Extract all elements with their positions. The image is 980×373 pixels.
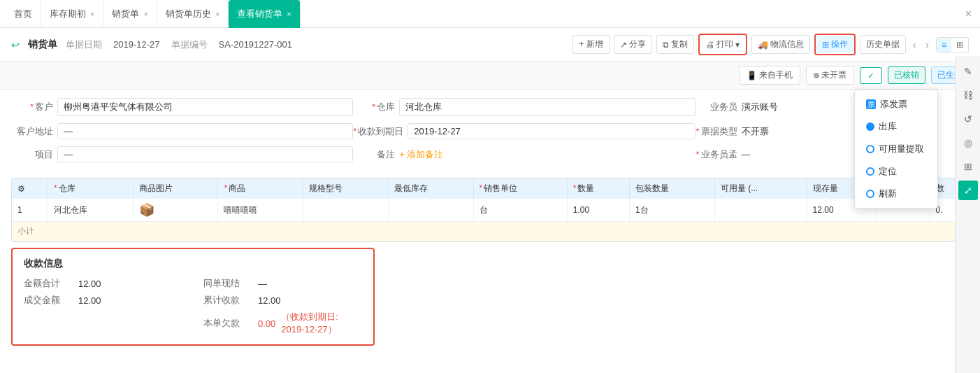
position-icon — [866, 167, 874, 176]
ship-icon — [866, 122, 874, 131]
form-area: 客户 柳州粤港平安气体有限公司 仓库 河北仓库 业务员 演示账号 客户地址 — … — [0, 90, 980, 178]
table-row: 1 河北仓库 📦 嘻嘻嘻嘻 台 1.00 1台 12.00 0. — [12, 199, 968, 222]
main-content: ↩ 销货单 单据日期 2019-12-27 单据编号 SA-20191227-0… — [0, 28, 980, 373]
share-button[interactable]: ↗ 分享 — [614, 35, 652, 54]
note-label: 备注 — [353, 148, 395, 161]
product-table: ⚙ 仓库 商品图片 商品 规格型号 最低库存 销售单位 数量 包装数量 可用量 … — [12, 178, 968, 241]
sidebar-link-icon[interactable]: ⛓ — [958, 85, 978, 105]
operations-button-outline: ⊞ 操作 — [814, 34, 856, 55]
tab-view-sales[interactable]: 查看销货单 × — [229, 0, 300, 28]
operations-button[interactable]: ⊞ 操作 — [816, 36, 853, 53]
col-available: 可用量 (... — [714, 178, 807, 199]
right-sidebar: ✎ ⛓ ↺ ◎ ⊞ ⤢ — [955, 56, 980, 373]
subtotal-row: 小计 — [12, 222, 968, 241]
operations-icon: ⊞ — [822, 40, 829, 50]
history-button[interactable]: 历史单据 — [860, 35, 906, 54]
print-button[interactable]: 🖨 打印 ▾ — [700, 36, 745, 53]
tab-sales-order[interactable]: 销货单 × — [103, 0, 157, 28]
form-group-note: 备注 + 添加备注 — [353, 148, 695, 161]
doc-title-area: ↩ 销货单 单据日期 2019-12-27 单据编号 SA-20191227-0… — [11, 38, 292, 51]
tab-close-history[interactable]: × — [215, 10, 219, 18]
tab-sales-history[interactable]: 销货单历史 × — [157, 0, 229, 28]
available-qty-icon — [866, 145, 874, 153]
payment-due-value: 2019-12-27 — [408, 123, 695, 139]
dropdown-available-qty[interactable]: 可用量提取 — [855, 138, 937, 160]
warehouse-value: 河北仓库 — [399, 98, 695, 116]
form-group-address: 客户地址 — — [11, 123, 353, 139]
cancelled-tag: 已核销 — [888, 66, 925, 84]
staff-label: 业务员 — [696, 101, 737, 113]
cumulative-row: 累计收款 12.00 — [203, 294, 362, 307]
form-group-payment-due: 收款到期日 2019-12-27 — [353, 123, 695, 139]
print-icon: 🖨 — [706, 40, 714, 50]
nav-next[interactable]: › — [923, 38, 932, 52]
sidebar-edit-icon[interactable]: ✎ — [958, 62, 978, 81]
tab-close-view[interactable]: × — [287, 10, 291, 18]
col-product-img: 商品图片 — [133, 178, 218, 199]
cell-sales-unit: 台 — [473, 199, 567, 222]
address-label: 客户地址 — [11, 125, 53, 138]
form-group-customer: 客户 柳州粤港平安气体有限公司 — [11, 98, 353, 116]
cell-seq: 1 — [12, 199, 48, 222]
sales-order-icon: ↩ — [11, 39, 20, 50]
add-note-button[interactable]: + 添加备注 — [399, 148, 443, 161]
same-order-value: — — [258, 279, 267, 289]
cumulative-label: 累计收款 — [203, 294, 252, 307]
dropdown-ship[interactable]: 出库 — [855, 115, 937, 138]
copy-icon: ⧉ — [663, 40, 669, 50]
total-amount-row: 金额合计 12.00 — [24, 277, 182, 290]
customer-value: 柳州粤港平安气体有限公司 — [57, 98, 353, 116]
copy-button[interactable]: ⧉ 复制 — [656, 35, 694, 54]
form-group-warehouse: 仓库 河北仓库 — [353, 98, 695, 116]
form-group-project: 项目 — — [11, 146, 353, 162]
table-header-row: ⚙ 仓库 商品图片 商品 规格型号 最低库存 销售单位 数量 包装数量 可用量 … — [12, 178, 968, 199]
new-button[interactable]: + 新增 — [572, 35, 609, 54]
confirm-icon: ✓ — [867, 71, 874, 80]
dropdown-position[interactable]: 定位 — [855, 160, 937, 183]
window-close-button[interactable]: × — [965, 8, 972, 20]
print-dropdown-arrow: ▾ — [735, 40, 740, 50]
mobile-icon: 📱 — [747, 71, 757, 80]
confirm-button[interactable]: ✓ — [860, 67, 882, 84]
cell-warehouse: 河北仓库 — [48, 199, 134, 222]
add-invoice-icon: 票 — [866, 99, 876, 109]
form-row-3: 项目 — 备注 + 添加备注 业务员孟 — — [11, 146, 969, 162]
sidebar-table-icon[interactable]: ⊞ — [958, 157, 978, 176]
balance-value: 0.00 — [258, 318, 275, 329]
tab-inventory-start[interactable]: 库存期初 × — [41, 0, 103, 28]
balance-row: 本单欠款 0.00 （收款到期日: 2019-12-27） — [203, 311, 362, 336]
date-label: 单据日期 — [66, 38, 102, 51]
doc-header: ↩ 销货单 单据日期 2019-12-27 单据编号 SA-20191227-0… — [0, 28, 980, 62]
balance-note: （收款到期日: 2019-12-27） — [281, 311, 362, 336]
tab-close-inventory[interactable]: × — [90, 10, 94, 18]
not-opened-button[interactable]: 未开票 — [806, 66, 854, 85]
sidebar-expand-icon[interactable]: ⤢ — [958, 181, 978, 200]
project-value: — — [57, 146, 353, 162]
dropdown-refresh[interactable]: 刷新 — [855, 183, 937, 205]
transaction-label: 成交金额 — [24, 294, 73, 307]
dropdown-add-invoice[interactable]: 票 添发票 — [855, 93, 937, 115]
date-value: 2019-12-27 — [113, 39, 160, 50]
share-icon: ↗ — [620, 40, 627, 50]
invoice-label: 票据类型 — [696, 125, 737, 138]
col-sales-unit: 销售单位 — [473, 178, 567, 199]
salesperson-label: 业务员孟 — [696, 148, 737, 161]
from-mobile-button[interactable]: 📱 来自手机 — [739, 66, 800, 85]
col-package-qty: 包装数量 — [630, 178, 715, 199]
same-order-label: 同单现结 — [203, 277, 252, 290]
view-list-btn[interactable]: ≡ — [937, 38, 951, 52]
view-grid-btn[interactable]: ⊞ — [951, 38, 968, 52]
customer-label: 客户 — [11, 101, 53, 113]
nav-prev[interactable]: ‹ — [910, 38, 919, 52]
tab-close-sales[interactable]: × — [143, 10, 147, 18]
warehouse-label: 仓库 — [353, 101, 395, 113]
settings-icon[interactable]: ⚙ — [17, 184, 25, 194]
logistics-button[interactable]: 🚚 物流信息 — [751, 35, 810, 54]
col-product: 商品 — [218, 178, 303, 199]
sidebar-rotate-icon[interactable]: ↺ — [958, 109, 978, 129]
col-quantity: 数量 — [567, 178, 629, 199]
tab-bar: 首页 库存期初 × 销货单 × 销货单历史 × 查看销货单 × × — [0, 0, 980, 28]
summary-grid: 金额合计 12.00 同单现结 — 成交金额 12.00 累计收款 12.00 … — [24, 277, 362, 336]
sidebar-user-icon[interactable]: ◎ — [958, 133, 978, 153]
tab-home[interactable]: 首页 — [6, 0, 41, 28]
